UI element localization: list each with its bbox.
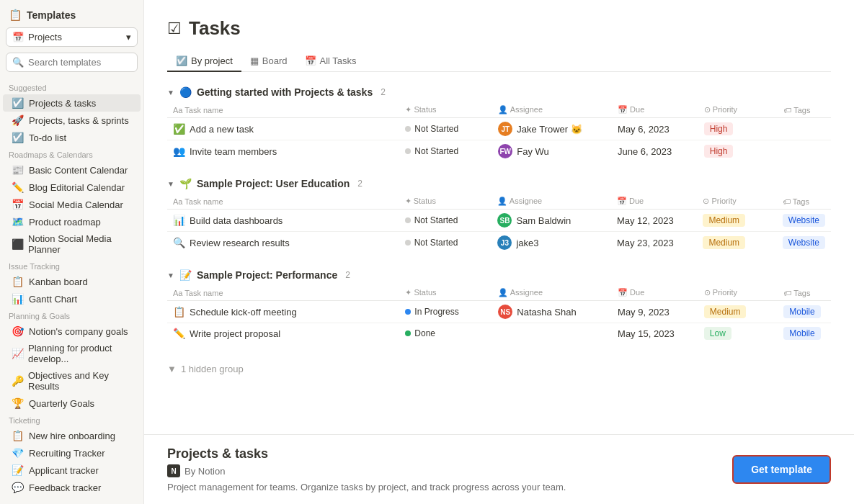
task-icon: 📊	[173, 215, 185, 226]
group-name: Getting started with Projects & tasks	[197, 86, 373, 98]
sidebar-item-social-media[interactable]: 📅 Social Media Calendar	[3, 196, 141, 213]
sidebar-item-label: Projects, tasks & sprints	[29, 115, 129, 126]
sidebar-item-label: Notion Social Media Planner	[28, 233, 132, 255]
page-title: Tasks	[189, 17, 241, 40]
assignee-name: Sam Baldwin	[516, 215, 571, 226]
task-priority-cell: High	[698, 118, 778, 140]
task-status-cell: Not Started	[399, 232, 492, 254]
sidebar-item-onboarding[interactable]: 📋 New hire onboarding	[3, 427, 141, 444]
group-chevron: ▼	[167, 271, 174, 279]
sidebar-item-applicant[interactable]: 📝 Applicant tracker	[3, 462, 141, 479]
col-header-taskname: Aa Task name	[167, 194, 399, 210]
task-name-cell: ✅ Add a new task	[167, 118, 399, 140]
group-name: Sample Project: User Education	[197, 178, 350, 189]
project-group-2: ▼ 📝 Sample Project: Performance 2 Aa Tas…	[167, 269, 831, 343]
page-title-icon: ☑	[167, 19, 182, 38]
sidebar-item-recruiting[interactable]: 💎 Recruiting Tracker	[3, 444, 141, 462]
search-icon: 🔍	[12, 57, 24, 68]
sidebar-item-quarterly-goals[interactable]: 🏆 Quarterly Goals	[3, 395, 141, 412]
roadmap-icon: 🗺️	[12, 216, 24, 228]
task-name: Invite team members	[190, 146, 277, 157]
sidebar-item-label: Planning for product develop...	[28, 343, 132, 364]
col-header-assignee: 👤 Assignee	[492, 285, 612, 301]
sidebar-item-todo[interactable]: ☑️ To-do list	[3, 129, 141, 146]
tab-board[interactable]: ▦ Board	[241, 51, 296, 72]
task-due-cell: June 6, 2023	[612, 140, 698, 163]
sidebar-item-notion-social[interactable]: ⬛ Notion Social Media Planner	[3, 230, 141, 258]
footer-by-text: By Notion	[184, 466, 225, 477]
status-dot	[405, 148, 411, 154]
sidebar-item-projects-tasks[interactable]: ☑️ Projects & tasks	[3, 94, 141, 112]
task-priority-cell: Low	[698, 323, 778, 344]
sidebar-item-label: Social Media Calendar	[29, 199, 123, 210]
sidebar-item-product-roadmap[interactable]: 🗺️ Product roadmap	[3, 213, 141, 230]
task-name-cell: 👥 Invite team members	[167, 140, 399, 163]
sidebar-dropdown[interactable]: 📅 Projects ▾	[6, 27, 138, 47]
sidebar-item-feedback[interactable]: 💬 Feedback tracker	[3, 479, 141, 496]
task-name: Write project proposal	[190, 328, 280, 339]
get-template-button[interactable]: Get template	[732, 455, 831, 484]
task-name-cell: 📊 Build data dashboards	[167, 210, 399, 232]
col-header-status: ✦ Status	[399, 102, 492, 118]
ticketing-label: Ticketing	[0, 412, 143, 427]
sidebar-item-gantt[interactable]: 📊 Gantt Chart	[3, 290, 141, 307]
sidebar-item-okr[interactable]: 🔑 Objectives and Key Results	[3, 367, 141, 395]
status-text: In Progress	[414, 307, 458, 317]
group-icon: 🌱	[179, 178, 192, 189]
tab-all-tasks[interactable]: 📅 All Tasks	[296, 51, 365, 72]
hidden-group[interactable]: ▼ 1 hidden group	[167, 359, 831, 379]
task-priority-cell: High	[698, 140, 778, 163]
avatar: SB	[497, 213, 512, 228]
avatar: JT	[498, 122, 512, 136]
dropdown-icon: 📅	[12, 32, 24, 42]
status-text: Not Started	[414, 124, 458, 134]
sidebar-item-basic-content[interactable]: 📰 Basic Content Calendar	[3, 161, 141, 179]
company-goals-icon: 🎯	[12, 325, 24, 337]
col-header-status: ✦ Status	[399, 285, 492, 301]
avatar: NS	[498, 305, 512, 319]
sidebar-item-product-planning[interactable]: 📈 Planning for product develop...	[3, 340, 141, 367]
chevron-down-icon: ▾	[126, 32, 131, 42]
sidebar-item-label: Blog Editorial Calendar	[29, 182, 125, 193]
task-status-cell: Not Started	[399, 118, 492, 140]
tag-badge: Mobile	[783, 327, 820, 340]
notion-logo: N	[167, 464, 180, 477]
table-row: ✏️ Write project proposal Done May 15, 2…	[167, 323, 831, 344]
task-assignee-cell: JT Jake Trower 🐱	[492, 118, 612, 140]
table-row: 📊 Build data dashboards Not Started	[167, 210, 831, 232]
footer-by-row: N By Notion	[167, 464, 566, 477]
status-text: Not Started	[414, 238, 458, 248]
task-tags-cell	[778, 118, 831, 140]
project-group-header-0[interactable]: ▼ 🔵 Getting started with Projects & task…	[167, 86, 831, 98]
sidebar-item-blog-editorial[interactable]: ✏️ Blog Editorial Calendar	[3, 179, 141, 196]
status-badge: Not Started	[405, 145, 458, 158]
tag-badge: Website	[783, 236, 825, 249]
task-status-cell: Done	[399, 323, 492, 344]
sidebar-item-label: Feedback tracker	[29, 482, 101, 493]
task-status-cell: Not Started	[399, 140, 492, 163]
task-icon: 📋	[173, 306, 185, 318]
group-count: 2	[345, 270, 350, 280]
search-input[interactable]	[28, 57, 131, 68]
footer-bar: Projects & tasks N By Notion Project man…	[144, 434, 854, 504]
task-icon: ✅	[173, 123, 185, 135]
priority-badge: High	[704, 122, 734, 135]
sidebar-search[interactable]: 🔍	[6, 53, 138, 72]
project-group-header-2[interactable]: ▼ 📝 Sample Project: Performance 2	[167, 269, 831, 281]
tag-badge: Website	[783, 214, 825, 227]
task-name: Add a new task	[190, 124, 254, 135]
priority-badge: Medium	[703, 236, 745, 249]
task-icon: 🔍	[173, 237, 185, 248]
tab-by-project[interactable]: ☑️ By project	[167, 51, 241, 72]
assignee-name: Natasha Shah	[517, 307, 576, 318]
sidebar-item-kanban[interactable]: 📋 Kanban board	[3, 273, 141, 290]
footer-info: Projects & tasks N By Notion Project man…	[167, 446, 566, 492]
sidebar-item-projects-sprints[interactable]: 🚀 Projects, tasks & sprints	[3, 112, 141, 129]
sidebar-item-company-goals[interactable]: 🎯 Notion's company goals	[3, 323, 141, 340]
project-group-header-1[interactable]: ▼ 🌱 Sample Project: User Education 2	[167, 178, 831, 189]
task-tags-cell: Mobile	[778, 301, 831, 323]
col-header-status: ✦ Status	[399, 194, 492, 210]
status-badge: Not Started	[405, 214, 458, 227]
sprints-icon: 🚀	[12, 114, 24, 126]
main-panel: ☑ Tasks ☑️ By project ▦ Board 📅 All Task…	[144, 0, 854, 504]
